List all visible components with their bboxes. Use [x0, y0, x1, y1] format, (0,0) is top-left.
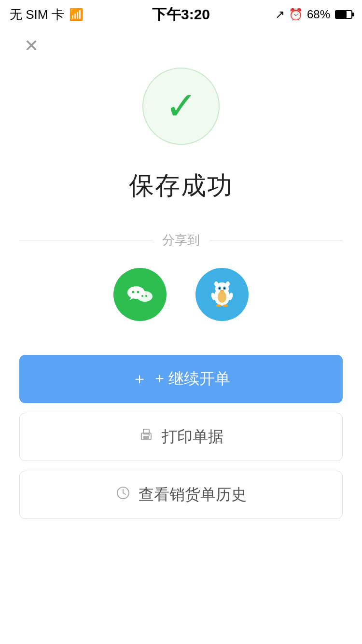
print-icon: [139, 427, 154, 447]
svg-point-10: [219, 287, 220, 289]
wechat-icon: [125, 279, 156, 310]
print-button[interactable]: 打印单据: [19, 413, 343, 461]
qq-share-button[interactable]: [195, 268, 249, 321]
history-label: 查看销货单历史: [139, 484, 247, 505]
actions: ＋ + 继续开单 打印单据: [0, 355, 362, 519]
status-right: ↗ ⏰ 68%: [275, 8, 352, 21]
svg-point-4: [141, 295, 143, 297]
svg-point-24: [149, 434, 150, 436]
main-content: ✓ 保存成功 分享到: [0, 29, 362, 519]
svg-point-3: [137, 291, 139, 293]
svg-point-15: [216, 304, 221, 307]
checkmark-icon: ✓: [165, 87, 197, 126]
close-icon: ✕: [24, 37, 39, 55]
wifi-icon: 📶: [69, 8, 84, 21]
svg-point-1: [137, 291, 153, 302]
success-circle: ✓: [142, 68, 220, 145]
divider-right: [209, 240, 343, 240]
share-divider: 分享到: [19, 232, 343, 249]
location-icon: ↗: [275, 8, 285, 21]
svg-point-5: [145, 295, 147, 297]
success-title: 保存成功: [129, 169, 233, 203]
qq-icon: [207, 279, 238, 310]
continue-button[interactable]: ＋ + 继续开单: [19, 355, 343, 403]
continue-icon: ＋: [132, 368, 147, 390]
svg-marker-6: [129, 297, 134, 300]
battery-percent: 68%: [307, 8, 330, 21]
continue-label: + 继续开单: [155, 368, 230, 390]
history-icon: [115, 485, 131, 504]
battery-icon: [335, 10, 352, 19]
svg-point-2: [132, 291, 134, 293]
share-icons: [19, 268, 343, 321]
share-label: 分享到: [153, 232, 209, 249]
svg-point-19: [214, 281, 218, 286]
svg-line-27: [123, 493, 125, 494]
svg-rect-23: [143, 436, 149, 439]
divider-left: [19, 240, 153, 240]
svg-point-16: [223, 304, 228, 307]
close-button[interactable]: ✕: [19, 34, 43, 58]
print-label: 打印单据: [162, 426, 223, 448]
status-bar: 无 SIM 卡 📶 下午3:20 ↗ ⏰ 68%: [0, 0, 362, 29]
share-section: 分享到: [0, 232, 362, 321]
svg-point-14: [218, 291, 226, 303]
svg-point-12: [223, 287, 225, 289]
sim-text: 无 SIM 卡: [10, 6, 64, 23]
wechat-share-button[interactable]: [113, 268, 167, 321]
history-button[interactable]: 查看销货单历史: [19, 471, 343, 519]
status-time: 下午3:20: [152, 5, 210, 25]
alarm-icon: ⏰: [289, 8, 303, 21]
status-left: 无 SIM 卡 📶: [10, 6, 84, 23]
svg-point-20: [226, 281, 230, 286]
